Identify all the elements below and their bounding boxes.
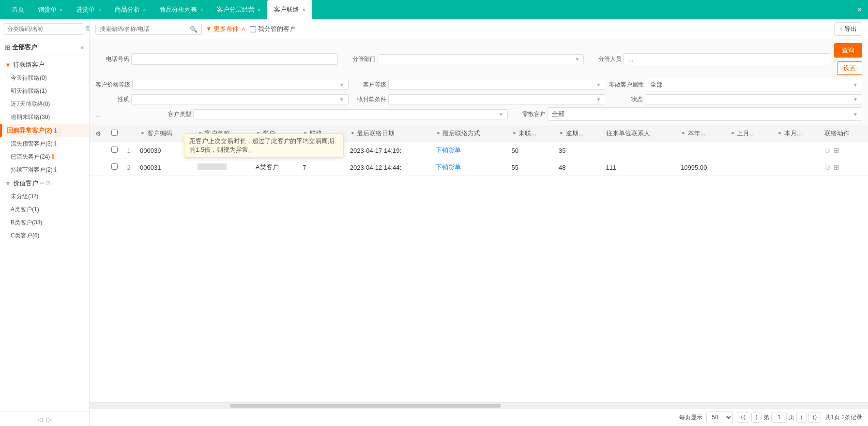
nav-tab-customer-contact[interactable]: 客户联络 × [267,0,312,19]
row1-last-way[interactable]: 下销货单 [432,142,508,159]
col-overdue[interactable]: ⚬ 逾期... [555,125,602,142]
per-page-select[interactable]: 50 100 200 [706,411,733,423]
col-last-date[interactable]: ⚬ 最后联络日期 [346,125,432,142]
tree-group-repurchase-header[interactable]: 回购异常客户(2) ℹ [0,124,89,137]
nature-select[interactable]: ▼ [131,94,349,104]
sidebar-prev-icon[interactable]: ◁ [37,415,43,423]
filter-field-price-level: 客户价格等级 ▼ [95,80,349,90]
col-uncontacted[interactable]: ⚬ 未联... [508,125,555,142]
sidebar-item-declining[interactable]: 持续下滑客户(2) ℹ [0,163,89,176]
pager-last-button[interactable]: ⟩⟩ [808,412,821,423]
pager-first-button[interactable]: ⟨⟨ [737,412,749,423]
row2-last-way[interactable]: 下销货单 [432,159,508,176]
scatter-label: 零散客户 [512,110,546,118]
status-select[interactable]: ▼ [645,94,862,104]
search-icon[interactable]: 🔍 [190,26,198,33]
nav-close-all-button[interactable]: ✕ [857,5,862,14]
nav-tab-analysis-list-close[interactable]: × [200,7,203,13]
search-input[interactable] [100,26,190,32]
row1-this-year [677,142,726,159]
col-this-month[interactable]: ⚬ 本月... [773,125,820,142]
price-level-select[interactable]: ▼ [132,80,349,90]
row2-link-icon[interactable]: ⚇ [824,163,831,171]
sidebar-item-b-class[interactable]: B类客户(33) [0,216,89,229]
close-all-icon: ✕ [857,6,862,14]
col-this-year[interactable]: ⚬ 本年... [677,125,726,142]
sidebar-item-churn-warning[interactable]: 流失预警客户(3) ℹ [0,137,89,150]
sidebar-item-a-class[interactable]: A类客户(1) [0,203,89,216]
nav-tab-customer-tier[interactable]: 客户分层经营 × [210,0,267,19]
pending-arrow: ▼ [5,61,11,69]
cust-level-select[interactable]: ▼ [388,80,606,90]
scatter-attr-select[interactable]: 全部 ▼ [646,78,862,91]
export-button[interactable]: ↑ 导出 [834,22,862,36]
scatter-select[interactable]: 全部 ▼ [548,107,862,121]
sidebar-item-7days[interactable]: 近7天待联络(0) [0,98,89,111]
grid-icon: ⊞ [5,44,10,51]
hscroll-thumb[interactable] [230,404,501,408]
row2-this-year: 10995.00 [677,159,726,176]
sidebar-collapse-button[interactable]: « [80,44,84,51]
nav-tab-purchase[interactable]: 进货单 × [69,0,107,19]
page-label: 第 [763,413,769,422]
select-all-checkbox[interactable] [111,130,118,136]
row2-last-way-link[interactable]: 下销货单 [436,163,461,171]
nav-tab-customer-tier-close[interactable]: × [258,7,260,13]
dept-select[interactable]: ▼ [378,54,584,64]
row2-name [194,159,251,176]
horizontal-scrollbar[interactable] [90,402,868,408]
person-select[interactable]: ... [624,53,830,65]
row1-checkbox[interactable] [111,147,118,153]
row2-check[interactable] [107,159,122,176]
filter-field-dots: ... [95,111,153,118]
more-dots-button[interactable]: ... [95,111,101,118]
filter-row-3: 性质 ▼ 收付款条件 ▼ 状态 [95,94,862,104]
row2-checkbox[interactable] [111,163,118,170]
nav-tab-analysis[interactable]: 商品分析 × [108,0,152,19]
sidebar-item-c-class[interactable]: C类客户(6) [0,229,89,242]
col-last-way[interactable]: ⚬ 最后联络方式 [432,125,508,142]
nav-tab-home[interactable]: 首页 [5,0,31,19]
nav-tab-analysis-list[interactable]: 商品分析列表 × [152,0,210,19]
sidebar-next-icon[interactable]: ▷ [46,415,52,423]
pager-next-button[interactable]: ⟩ [796,412,807,423]
scatter-attr-arrow: ▼ [853,82,858,88]
page-of-label: 页 [789,413,794,422]
phone-input[interactable] [131,53,338,65]
nav-tab-customer-contact-close[interactable]: × [302,7,305,13]
tree-group-value-header[interactable]: ▼ 价值客户 ✏ ☑ [0,176,89,190]
col-contact-person[interactable]: 往来单位联系人 [602,125,677,142]
my-customer-checkbox[interactable] [250,26,256,32]
payment-label: 收付款条件 [352,95,386,103]
price-level-arrow: ▼ [339,82,344,88]
col-settings[interactable]: ⚙ [90,125,107,142]
pager-prev-button[interactable]: ⟨ [751,412,761,423]
sidebar-item-churned[interactable]: 已流失客户(24) ℹ [0,150,89,163]
query-button[interactable]: 查询 [834,43,862,58]
settings-button[interactable]: 设置 [837,61,862,75]
page-input[interactable] [771,412,787,423]
sidebar-item-overdue[interactable]: 逾期未联络(30) [0,111,89,124]
payment-select[interactable]: ▼ [388,94,606,104]
row1-last-way-link[interactable]: 下销货单 [436,147,461,154]
nav-tab-sales-close[interactable]: × [60,7,62,13]
sidebar-search-icon[interactable]: 🔍 [85,26,90,33]
col-check[interactable] [107,125,122,142]
nav-tab-purchase-close[interactable]: × [98,7,101,13]
tree-group-pending-header[interactable]: ▼ 待联络客户 [0,58,89,72]
price-level-label: 客户价格等级 [95,81,130,89]
row2-contact: 7 [299,159,346,176]
row1-grid-icon[interactable]: ⊞ [834,147,839,154]
row1-link-icon[interactable]: ⚇ [824,147,831,154]
sidebar-item-ungrouped[interactable]: 未分组(32) [0,190,89,203]
row2-grid-icon[interactable]: ⊞ [834,163,839,171]
row1-check[interactable] [107,142,122,159]
cust-type-select[interactable]: ▼ [193,109,508,119]
more-conditions-button[interactable]: ▼ 更多条件 ∧ [206,25,246,33]
nav-tab-analysis-close[interactable]: × [143,7,146,13]
col-last-month[interactable]: ⚬ 上月... [726,125,773,142]
nav-tab-sales[interactable]: 销货单 × [31,0,69,19]
sidebar-item-tomorrow[interactable]: 明天待联络(1) [0,85,89,98]
sidebar-item-today[interactable]: 今天待联络(0) [0,72,89,85]
sidebar-search-input[interactable] [4,23,83,35]
